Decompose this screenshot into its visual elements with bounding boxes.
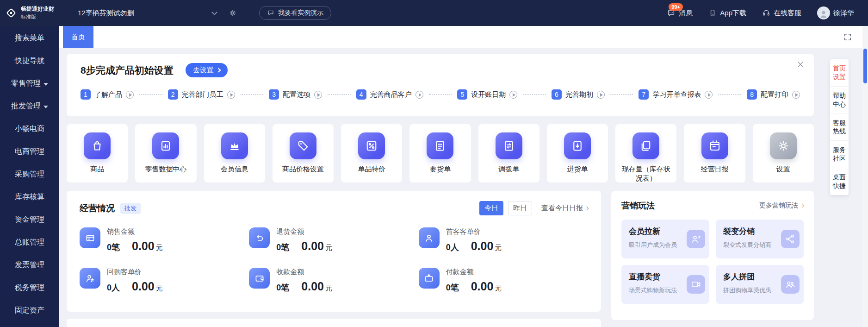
play-video-icon[interactable] (415, 91, 423, 99)
metric-label: 回购客单价 (107, 268, 163, 277)
sidebar-item-tax-mgmt[interactable]: 税务管理 (0, 277, 59, 299)
setup-step[interactable]: 6完善期初 (552, 89, 605, 100)
live-camera-icon (687, 275, 705, 294)
setup-step[interactable]: 1了解产品 (81, 89, 134, 100)
today-button[interactable]: 今日 (479, 201, 503, 215)
messages-button[interactable]: 99+ 消息 (667, 9, 693, 18)
refund-arrow-icon (249, 227, 270, 248)
shortcut-member-info[interactable]: 会员信息 (204, 124, 265, 182)
shortcut-retail-data-center[interactable]: 零售数据中心 (135, 124, 196, 182)
play-video-icon[interactable] (227, 91, 235, 99)
rail-desktop-shortcut[interactable]: 桌面快捷 (830, 168, 849, 195)
go-setup-button[interactable]: 去设置 (186, 63, 228, 77)
metric-label: 收款金额 (276, 268, 332, 277)
demo-link-label: 我要看实例演示 (278, 9, 323, 17)
metric-unit: 元 (325, 244, 332, 252)
sidebar-item-general-ledger[interactable]: 总账管理 (0, 231, 59, 254)
metric-label: 退货金额 (276, 227, 332, 236)
step-number: 1 (81, 89, 91, 100)
sidebar: 搜索菜单 快捷导航 零售管理 批发管理 小畅电商 电商管理 采购管理 库存核算 … (0, 26, 59, 327)
play-video-icon[interactable] (314, 91, 322, 99)
sidebar-item-search-menu[interactable]: 搜索菜单 (0, 27, 59, 50)
demo-link[interactable]: 我要看实例演示 (259, 6, 331, 20)
next-section-card-partial (67, 319, 601, 327)
play-video-icon[interactable] (126, 91, 134, 99)
business-title: 经营情况 (80, 202, 115, 214)
metric-label: 销售金额 (107, 227, 163, 236)
shortcut-price-settings[interactable]: 商品价格设置 (273, 124, 334, 182)
setup-step[interactable]: 7学习开单查报表 (639, 89, 713, 100)
settings-gear-icon (770, 132, 797, 159)
settings-gear-button[interactable] (229, 9, 237, 17)
yesterday-button[interactable]: 昨日 (508, 201, 532, 215)
price-tag-icon (290, 132, 316, 159)
shortcut-label: 经营日报 (697, 164, 732, 174)
rail-service-hotline[interactable]: 客服热线 (830, 114, 849, 141)
play-video-icon[interactable] (597, 91, 605, 99)
metric-receipts-amount: 收款金额 0笔0.00元 (249, 268, 418, 293)
rail-service-community[interactable]: 服务社区 (830, 141, 849, 168)
shortcut-goods[interactable]: 商品 (67, 124, 128, 182)
chat-bubble-icon (267, 9, 274, 17)
setup-step[interactable]: 4完善商品客户 (356, 89, 423, 100)
play-video-icon[interactable] (509, 91, 517, 99)
sidebar-item-inventory-accounting[interactable]: 库存核算 (0, 186, 59, 208)
shortcut-transfer-order[interactable]: 调拨单 (478, 124, 539, 182)
marketing-fission-distribution[interactable]: 裂变分销 裂变式发展分销商 (716, 220, 804, 258)
more-marketing-link[interactable]: 更多营销玩法 (759, 201, 804, 210)
fullscreen-toggle-button[interactable] (843, 32, 852, 42)
setup-step[interactable]: 2完善部门员工 (168, 89, 235, 100)
vertical-scrollbar[interactable] (862, 26, 868, 327)
tab-home[interactable]: 首页 (63, 26, 93, 48)
view-daily-report-link[interactable]: 查看今日日报 (541, 204, 588, 213)
username: 徐泽华 (833, 9, 854, 18)
play-video-icon[interactable] (792, 91, 800, 99)
marketing-member-acquisition[interactable]: 会员拉新 吸引用户成为会员 (621, 220, 709, 258)
sidebar-item-invoice-mgmt[interactable]: 发票管理 (0, 254, 59, 277)
account-selector[interactable]: 12李艳芬测试勿删 (78, 9, 217, 18)
goods-bag-icon (84, 132, 111, 159)
metric-unit: 元 (495, 284, 502, 293)
scrollbar-thumb[interactable] (863, 49, 867, 83)
marketing-group-buying[interactable]: 多人拼团 拼团购物享受优惠 (716, 265, 804, 304)
shortcut-label: 调拨单 (495, 164, 523, 174)
inventory-docs-icon (632, 132, 659, 159)
shortcut-purchase-order[interactable]: 进货单 (547, 124, 608, 182)
sidebar-item-xiaochang-ecom[interactable]: 小畅电商 (0, 118, 59, 140)
user-menu[interactable]: 徐泽华 (817, 6, 854, 19)
sidebar-item-wholesale-mgmt[interactable]: 批发管理 (0, 95, 59, 118)
close-banner-button[interactable] (796, 60, 805, 69)
setup-step[interactable]: 5设开账日期 (457, 89, 517, 100)
step-number: 2 (168, 89, 178, 100)
setup-step[interactable]: 3配置选项 (269, 89, 322, 100)
play-video-icon[interactable] (705, 91, 713, 99)
marketing-live-selling[interactable]: 直播卖货 场景式购物新玩法 (621, 265, 709, 304)
wholesale-badge: 批发 (120, 203, 141, 214)
app-download-button[interactable]: App下载 (708, 9, 746, 18)
sidebar-item-purchase-mgmt[interactable]: 采购管理 (0, 163, 59, 186)
sidebar-item-ecom-mgmt[interactable]: 电商管理 (0, 140, 59, 163)
shortcut-settings[interactable]: 设置 (753, 124, 814, 182)
sidebar-item-label: 库存核算 (15, 192, 44, 202)
rail-home-settings[interactable]: 首页设置 (830, 59, 849, 87)
shortcut-requisition-order[interactable]: 要货单 (409, 124, 471, 182)
shortcut-daily-report[interactable]: 经营日报 (684, 124, 745, 182)
sidebar-item-quick-nav[interactable]: 快捷导航 (0, 50, 59, 72)
sidebar-item-label: 税务管理 (15, 283, 44, 293)
online-service-button[interactable]: 在线客服 (762, 9, 801, 18)
chevron-right-icon (216, 68, 221, 73)
shortcut-special-price[interactable]: 单品特价 (341, 124, 402, 182)
sidebar-item-retail-mgmt[interactable]: 零售管理 (0, 72, 59, 95)
metric-unit: 元 (495, 244, 502, 252)
shortcut-stock-report[interactable]: 现存量（库存状况表） (615, 124, 676, 182)
setup-step[interactable]: 8配置打印 (747, 89, 800, 100)
shortcut-label: 商品价格设置 (279, 164, 328, 174)
metric-label: 付款金额 (446, 268, 502, 277)
member-crown-icon (221, 132, 248, 159)
sidebar-item-funds-mgmt[interactable]: 资金管理 (0, 208, 59, 231)
brand-logo-icon (5, 6, 18, 19)
tabbar: 首页 (59, 26, 862, 48)
sidebar-item-fixed-assets[interactable]: 固定资产 (0, 299, 59, 322)
rail-help-center[interactable]: 帮助中心 (830, 87, 849, 114)
retail-data-icon (152, 132, 179, 159)
